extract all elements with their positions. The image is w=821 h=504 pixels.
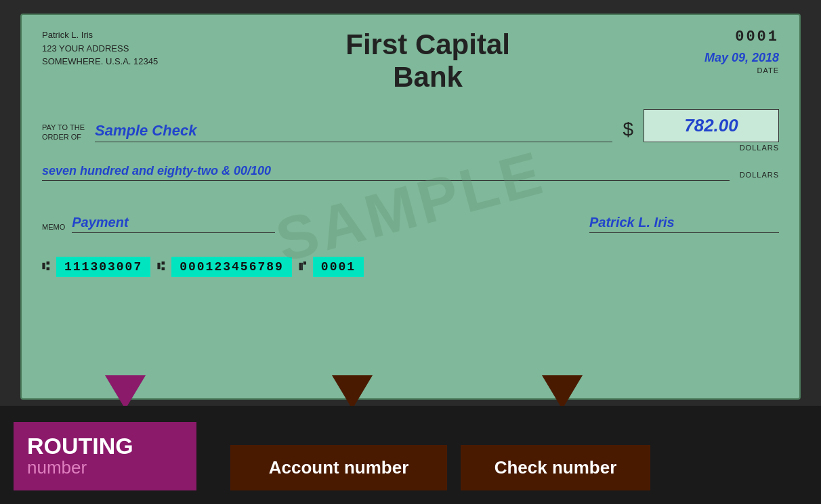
micr-end-symbol: ⑈	[299, 260, 306, 274]
micr-row: ⑆ 111303007 ⑆ 000123456789 ⑈ 0001	[42, 257, 779, 277]
micr-routing: 111303007	[56, 257, 150, 277]
watermark: SAMPLE	[269, 138, 552, 276]
payee-line: Sample Check	[95, 122, 612, 142]
micr-account: 000123456789	[171, 257, 292, 277]
dollars-label: DOLLARS	[740, 171, 779, 181]
account-label-text: Account number	[244, 457, 434, 478]
check-label-box: Check number	[461, 445, 650, 490]
account-arrow	[332, 375, 373, 409]
routing-label-box: ROUTING number	[14, 422, 196, 490]
account-label-box: Account number	[230, 445, 447, 490]
payer-address2: SOMEWHERE. U.S.A. 12345	[42, 55, 158, 68]
bottom-labels-area: ROUTING number Account number Check numb…	[0, 406, 821, 504]
check-number-area: 0001 May 09, 2018 DATE	[698, 28, 779, 75]
amount-box: 782.00	[644, 109, 779, 142]
memo-line: Payment	[72, 215, 275, 233]
written-amount-line: seven hundred and eighty-two & 00/100	[42, 164, 730, 181]
amount-value: 782.00	[654, 115, 768, 136]
dollar-sign: $	[623, 119, 633, 142]
pay-to-label: PAY TO THE ORDER OF	[42, 123, 85, 142]
date-label: DATE	[698, 66, 779, 75]
check-container: SAMPLE Patrick L. Iris 123 YOUR ADDRESS …	[20, 14, 801, 400]
pay-to-row: PAY TO THE ORDER OF Sample Check $ 782.0…	[42, 109, 779, 142]
written-amount-value: seven hundred and eighty-two & 00/100	[42, 164, 271, 177]
micr-mid-symbol: ⑆	[157, 260, 165, 274]
check-header: Patrick L. Iris 123 YOUR ADDRESS SOMEWHE…	[42, 28, 779, 94]
routing-label-sub: number	[27, 457, 183, 478]
signature-value: Patrick L. Iris	[589, 215, 675, 230]
micr-start-symbol: ⑆	[42, 260, 49, 274]
memo-label: MEMO	[42, 223, 65, 233]
micr-check: 0001	[313, 257, 364, 277]
routing-arrow	[105, 375, 146, 409]
check-number: 0001	[698, 28, 779, 45]
memo-value: Payment	[72, 215, 128, 230]
memo-row: MEMO Payment Patrick L. Iris	[42, 215, 779, 233]
signature-line: Patrick L. Iris	[589, 215, 779, 233]
check-number-arrow	[542, 375, 583, 409]
routing-label-title: ROUTING	[27, 434, 183, 457]
date-value: May 09, 2018	[698, 51, 779, 65]
memo-section: MEMO Payment	[42, 215, 275, 233]
bank-name: First CapitalBank	[158, 28, 698, 94]
payer-info: Patrick L. Iris 123 YOUR ADDRESS SOMEWHE…	[42, 28, 158, 68]
check-label-text: Check number	[474, 457, 637, 478]
written-amount-row: seven hundred and eighty-two & 00/100 DO…	[42, 164, 779, 181]
payee-value: Sample Check	[95, 122, 196, 139]
dollars-label-right: DOLLARS	[42, 144, 779, 152]
payer-name: Patrick L. Iris	[42, 28, 158, 42]
payer-address1: 123 YOUR ADDRESS	[42, 42, 158, 56]
date-area: May 09, 2018 DATE	[698, 51, 779, 75]
